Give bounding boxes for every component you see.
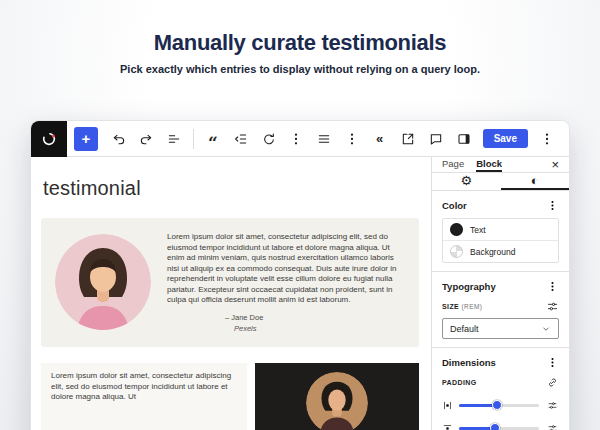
indent-arrow-icon [233, 131, 249, 147]
padding-link-toggle-button[interactable] [545, 375, 559, 389]
kebab-menu-icon [288, 131, 304, 147]
text-color-swatch [450, 223, 463, 236]
second-avatar [306, 372, 368, 430]
padding-horizontal-row [442, 398, 559, 412]
background-color-row[interactable]: Background [443, 240, 558, 262]
testimonial-block[interactable]: Lorem ipsum dolor sit amet, consectetur … [41, 218, 419, 347]
block-inserter-button[interactable]: + [74, 127, 98, 151]
editor-content: testimonial Lorem ipsum dolor sit amet, … [31, 157, 569, 430]
second-testimonial-text-block[interactable]: Lorem ipsum dolor sit amet, consectetur … [41, 363, 247, 430]
dimensions-panel-options-button[interactable] [545, 355, 559, 369]
padding-vertical-slider[interactable] [459, 427, 539, 430]
tab-page[interactable]: Page [442, 157, 464, 172]
tab-styles[interactable]: ◐ [501, 173, 570, 190]
padding-label: PADDING [442, 379, 477, 386]
testimonial-avatar [55, 234, 151, 330]
chevron-down-icon [541, 324, 551, 334]
size-label: SIZE [442, 303, 459, 310]
quote-block-button[interactable]: “ [201, 127, 225, 151]
close-icon: × [551, 157, 559, 172]
citation-source: Pexels [225, 324, 405, 333]
font-size-value: Default [450, 324, 479, 334]
external-link-icon [400, 131, 416, 147]
gear-icon: ⚙ [460, 173, 472, 188]
padding-horizontal-custom-button[interactable] [545, 398, 559, 412]
kebab-menu-icon [546, 356, 559, 369]
color-panel-options-button[interactable] [545, 198, 559, 212]
preview-external-button[interactable] [396, 127, 420, 151]
post-title-field[interactable]: testimonial [43, 177, 419, 200]
sliders-icon [547, 423, 558, 430]
comment-bubble-icon [428, 131, 444, 147]
comments-button[interactable] [424, 127, 448, 151]
testimonial-text: Lorem ipsum dolor sit amet, consectetur … [167, 232, 405, 306]
editor-window: + “ « [30, 120, 570, 430]
second-testimonial-row: Lorem ipsum dolor sit amet, consectetur … [41, 363, 419, 430]
collapse-icon: « [376, 131, 383, 146]
color-settings-box: Text Background [442, 218, 559, 263]
font-size-select[interactable]: Default [442, 318, 559, 339]
typography-panel: Typography SIZE (REM) Default [432, 272, 569, 348]
block-transform-button[interactable] [257, 127, 281, 151]
undo-button[interactable] [107, 127, 131, 151]
background-color-label: Background [470, 247, 515, 257]
padding-horizontal-slider[interactable] [459, 404, 539, 407]
tab-block[interactable]: Block [476, 157, 502, 172]
sliders-icon [547, 400, 558, 411]
list-view-icon [166, 131, 182, 147]
woman-avatar-image [55, 234, 151, 330]
plus-icon: + [82, 130, 91, 147]
kebab-menu-icon [546, 280, 559, 293]
settings-sidebar: Page Block × ⚙ ◐ Color [431, 157, 569, 430]
block-mover-button[interactable] [229, 127, 253, 151]
save-button[interactable]: Save [483, 129, 528, 148]
hero-subtitle: Pick exactly which entries to display wi… [0, 63, 600, 75]
tab-settings[interactable]: ⚙ [432, 173, 501, 190]
slider-handle[interactable] [490, 423, 500, 430]
sidebar-toggle-button[interactable] [452, 127, 476, 151]
redo-button[interactable] [135, 127, 159, 151]
quote-icon: “ [208, 129, 218, 148]
editor-toolbar: + “ « [31, 121, 569, 157]
hero-title: Manually curate testimonials [0, 30, 600, 56]
sidebar-icon-tabs: ⚙ ◐ [432, 173, 569, 191]
color-panel-title: Color [442, 200, 467, 211]
close-sidebar-button[interactable]: × [551, 158, 559, 171]
styles-icon: ◐ [531, 173, 539, 188]
slider-handle[interactable] [492, 400, 502, 410]
editor-canvas: testimonial Lorem ipsum dolor sit amet, … [31, 157, 431, 430]
toolbar-separator [193, 129, 194, 149]
toolbar-right-group: Save [394, 127, 569, 151]
block-options-button[interactable] [284, 127, 308, 151]
typography-panel-options-button[interactable] [545, 279, 559, 293]
hero-section: Manually curate testimonials Pick exactl… [0, 0, 600, 75]
more-options-button[interactable] [340, 127, 364, 151]
color-panel: Color Text Background [432, 191, 569, 272]
link-icon [546, 376, 559, 389]
second-testimonial-image-block[interactable] [255, 363, 419, 430]
redo-icon [138, 131, 154, 147]
justify-icon [316, 131, 332, 147]
man-avatar-image [306, 372, 368, 430]
sidebar-panel-icon [456, 131, 472, 147]
padding-vertical-icon [442, 423, 453, 430]
site-logo-icon [41, 131, 57, 147]
testimonial-citation: – Jane Doe Pexels [167, 313, 405, 333]
editor-options-button[interactable] [535, 127, 559, 151]
text-color-label: Text [470, 225, 486, 235]
collapse-toolbar-button[interactable]: « [368, 127, 392, 151]
size-custom-button[interactable] [545, 299, 559, 313]
document-overview-button[interactable] [162, 127, 186, 151]
padding-horizontal-icon [442, 400, 453, 411]
padding-vertical-custom-button[interactable] [545, 421, 559, 430]
typography-panel-title: Typography [442, 281, 496, 292]
text-color-row[interactable]: Text [443, 219, 558, 240]
kebab-menu-icon [344, 131, 360, 147]
dimensions-panel-title: Dimensions [442, 357, 496, 368]
kebab-menu-icon [539, 131, 555, 147]
sliders-icon [546, 300, 559, 313]
testimonial-body: Lorem ipsum dolor sit amet, consectetur … [167, 232, 405, 333]
alignment-button[interactable] [312, 127, 336, 151]
kebab-menu-icon [546, 199, 559, 212]
site-logo[interactable] [31, 121, 67, 157]
